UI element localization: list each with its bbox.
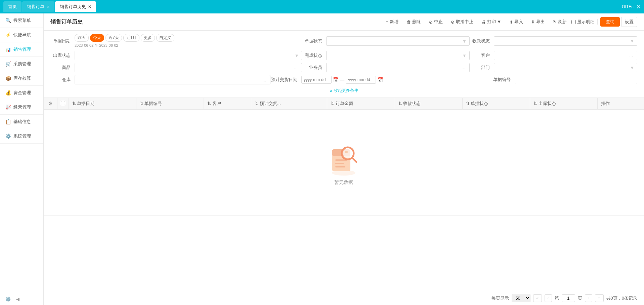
filter-row-1: 单据日期 昨天 今天 近7天 近1月 更多 自定义 2023-06-02 xyxy=(50,34,637,48)
quick-date-buttons: 昨天 今天 近7天 近1月 更多 自定义 xyxy=(75,34,174,42)
prev-page-button[interactable]: ‹ xyxy=(545,294,552,302)
col-receipt-header[interactable]: ⇅ 收款状态 xyxy=(395,98,462,110)
col-delivery-header[interactable]: ⇅ 预计交货... xyxy=(251,98,327,110)
quick-nav-icon: ⚡ xyxy=(5,32,11,38)
delivery-date-start-cal[interactable]: 📅 xyxy=(333,77,339,82)
sidebar-item-sales-mgmt[interactable]: 📊 销售管理 xyxy=(0,42,43,57)
delete-button[interactable]: 🗑 🗑 删除 删除 xyxy=(403,17,424,27)
page-unit: 页 xyxy=(578,295,582,301)
collapse-button[interactable]: ∧ 收起更多条件 xyxy=(330,87,358,94)
col-customer-label: 客户 xyxy=(212,101,221,106)
customer-select[interactable]: ... xyxy=(494,51,637,60)
department-select[interactable]: ▼ xyxy=(494,63,637,72)
tab-sales-order[interactable]: 销售订单 ✕ xyxy=(22,1,54,12)
next-page-button[interactable]: › xyxy=(585,294,592,302)
col-date-header[interactable]: ⇅ 单据日期 xyxy=(69,98,136,110)
warehouse-select[interactable]: ... xyxy=(75,75,270,84)
out-status-select[interactable]: ▼ xyxy=(75,51,302,60)
delivery-date-end-cal[interactable]: 📅 xyxy=(377,77,383,82)
col-actions-label: 操作 xyxy=(601,101,610,106)
col-receipt-label: 收款状态 xyxy=(403,101,421,106)
complete-status-select[interactable]: ▼ xyxy=(326,51,470,60)
sidebar-item-finance[interactable]: 💰 资金管理 xyxy=(0,86,43,100)
settings-button[interactable]: 设置 xyxy=(621,17,637,27)
col-number-header[interactable]: ⇅ 单据编号 xyxy=(136,98,204,110)
sidebar-item-quick-nav[interactable]: ⚡ 快捷导航 xyxy=(0,28,43,42)
product-dots[interactable]: ... xyxy=(293,65,299,70)
out-status-arrow: ▼ xyxy=(295,53,299,58)
col-out-status-header[interactable]: ⇅ 出库状态 xyxy=(530,98,598,110)
delivery-date-start-input[interactable] xyxy=(301,76,332,84)
out-status-label: 出库状态 xyxy=(50,52,71,59)
operations-icon: 📈 xyxy=(5,105,11,110)
content-area: 销售订单历史 + 新增 🗑 🗑 删除 删除 ⊘ 中止 ⊘ 取消中止 🖨 xyxy=(44,13,644,305)
print-button[interactable]: 🖨 打印 ▼ xyxy=(478,17,505,27)
sidebar-item-operations[interactable]: 📈 经营管理 xyxy=(0,100,43,115)
col-check-header xyxy=(57,98,69,110)
salesperson-dots[interactable]: ... xyxy=(460,65,467,70)
col-order-status-header[interactable]: ⇅ 单据状态 xyxy=(462,98,530,110)
svg-rect-5 xyxy=(335,166,345,167)
new-button[interactable]: + 新增 xyxy=(382,17,401,27)
quick-btn-7days[interactable]: 近7天 xyxy=(105,34,122,42)
salesperson-select[interactable]: ... xyxy=(326,63,470,72)
print-icon: 🖨 xyxy=(481,20,486,25)
sidebar-item-operations-label: 经营管理 xyxy=(13,104,31,110)
product-select[interactable]: ... xyxy=(75,63,302,72)
quick-btn-custom[interactable]: 自定义 xyxy=(156,34,174,42)
col-amount-label: 订单金额 xyxy=(336,101,353,106)
tab-home[interactable]: 首页 xyxy=(3,1,22,12)
tab-sales-order-history-close[interactable]: ✕ xyxy=(88,4,91,9)
export-icon: ⬇ xyxy=(531,20,535,25)
stop-icon: ⊘ xyxy=(429,20,433,25)
empty-state-cell: 暂无数据 xyxy=(44,110,644,216)
sidebar-item-system[interactable]: ⚙️ 系统管理 xyxy=(0,129,43,144)
tab-sales-order-history[interactable]: 销售订单历史 ✕ xyxy=(55,1,96,12)
sidebar-item-purchase-mgmt[interactable]: 🛒 采购管理 xyxy=(0,57,43,71)
sidebar-collapse-icon[interactable]: ◀ xyxy=(16,297,19,302)
svg-point-9 xyxy=(345,151,348,153)
quick-btn-more[interactable]: 更多 xyxy=(141,34,155,42)
sidebar-item-search-menu[interactable]: 🔍 搜索菜单 xyxy=(0,13,43,28)
quick-btn-yesterday[interactable]: 昨天 xyxy=(75,34,89,42)
first-page-button[interactable]: « xyxy=(533,294,542,302)
col-settings-icon[interactable]: ⚙ xyxy=(48,101,52,106)
filter-customer-item: 客户 ... xyxy=(470,51,637,60)
receipt-status-select[interactable]: ▼ xyxy=(494,36,637,46)
stop-button[interactable]: ⊘ 中止 xyxy=(426,17,446,27)
order-status-select[interactable]: ▼ xyxy=(326,36,470,46)
display-detail-checkbox[interactable] xyxy=(571,20,576,24)
sidebar-item-inventory[interactable]: 📦 库存核算 xyxy=(0,71,43,86)
date-range-display: 2023-06-02 至 2023-06-02 xyxy=(75,43,174,48)
cancel-stop-button[interactable]: ⊘ 取消中止 xyxy=(447,17,477,27)
order-number-input[interactable] xyxy=(515,76,637,84)
product-label: 商品 xyxy=(50,65,71,71)
col-actions-header: 操作 xyxy=(598,98,644,110)
filter-row-3: 商品 ... 业务员 ... 部门 xyxy=(50,63,637,72)
customer-dots[interactable]: ... xyxy=(628,53,634,58)
export-button[interactable]: ⬇ 导出 xyxy=(528,17,548,27)
last-page-button[interactable]: » xyxy=(595,294,603,302)
col-amount-header[interactable]: ⇅ 订单金额 xyxy=(327,98,395,110)
tab-sales-order-close[interactable]: ✕ xyxy=(46,4,50,9)
select-all-checkbox[interactable] xyxy=(61,101,65,105)
top-bar-close-icon[interactable]: ✕ xyxy=(636,4,641,10)
empty-state-row: 暂无数据 xyxy=(44,110,644,216)
col-customer-header[interactable]: ⇅ 客户 xyxy=(204,98,251,110)
top-bar-right: OfTEn ✕ xyxy=(622,4,641,10)
refresh-button[interactable]: ↻ 刷新 xyxy=(550,17,570,27)
quick-btn-1month[interactable]: 近1月 xyxy=(123,34,140,42)
sidebar-item-basic-info[interactable]: 📋 基础信息 xyxy=(0,115,43,129)
warehouse-dots[interactable]: ... xyxy=(261,77,267,82)
query-button[interactable]: 查询 xyxy=(600,17,620,27)
quick-btn-today[interactable]: 今天 xyxy=(90,34,104,42)
import-button[interactable]: ⬆ 导入 xyxy=(506,17,526,27)
page-size-select[interactable]: 50 10 20 100 xyxy=(512,294,530,302)
filter-row-4: 仓库 ... 预计交货日期 📅 — 📅 xyxy=(50,75,637,84)
department-arrow: ▼ xyxy=(630,65,634,70)
delivery-date-end-input[interactable] xyxy=(346,76,376,84)
page-number-input[interactable] xyxy=(562,294,575,302)
display-detail-checkbox-wrapper: 显示明细 xyxy=(571,19,595,25)
sidebar-settings-icon[interactable]: ⚙️ xyxy=(5,297,11,302)
warehouse-label: 仓库 xyxy=(50,77,71,83)
